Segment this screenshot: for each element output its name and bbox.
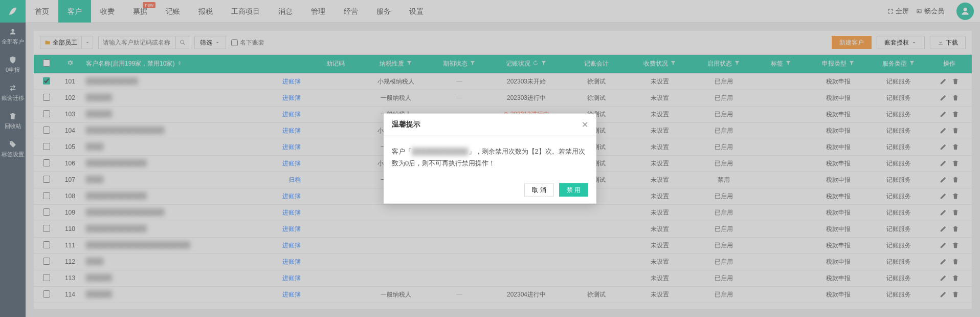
modal-body-pre: 客户「 bbox=[392, 147, 412, 155]
modal-title: 温馨提示 bbox=[392, 120, 420, 129]
confirm-modal: 温馨提示 ✕ 客户「████████████」，剩余禁用次数为【2】次。若禁用次… bbox=[384, 113, 596, 204]
modal-footer: 取 消 禁 用 bbox=[384, 178, 596, 204]
modal-close-button[interactable]: ✕ bbox=[582, 119, 588, 129]
modal-body: 客户「████████████」，剩余禁用次数为【2】次。若禁用次数为0后，则不… bbox=[384, 136, 596, 178]
modal-cancel-button[interactable]: 取 消 bbox=[524, 183, 553, 197]
modal-header: 温馨提示 ✕ bbox=[384, 113, 596, 136]
modal-body-name: ████████████ bbox=[412, 145, 469, 157]
modal-confirm-button[interactable]: 禁 用 bbox=[559, 183, 588, 197]
